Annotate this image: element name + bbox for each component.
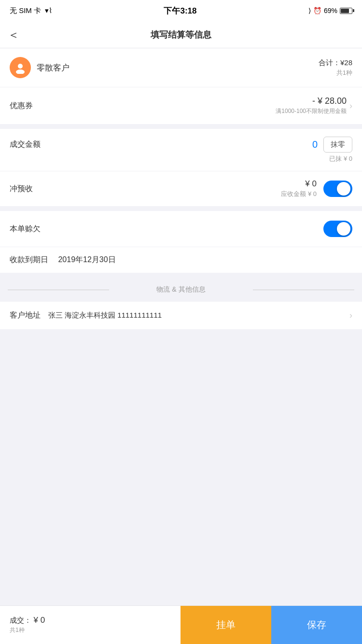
prepayment-label: 冲预收 <box>10 184 33 194</box>
coupon-amount: - ¥ 28.00 <box>276 96 347 106</box>
deal-amount-section: 成交金额 0 抹零 已抹 ¥ 0 冲预收 ¥ 0 应收金额 ¥ 0 <box>0 129 362 206</box>
address-row[interactable]: 客户地址 张三 海淀永丰科技园 11111111111 › <box>0 302 362 329</box>
prepayment-row: 冲预收 ¥ 0 应收金额 ¥ 0 <box>0 171 362 206</box>
status-time: 下午3:18 <box>164 5 196 16</box>
footer-deal-amount: ¥ 0 <box>33 616 45 625</box>
deal-amount-label: 成交金额 <box>10 140 41 150</box>
status-left: 无 SIM 卡 ▾⌇ <box>10 6 52 15</box>
back-button[interactable]: ＜ <box>8 27 19 42</box>
logistics-divider: 物流 & 其他信息 <box>0 278 362 302</box>
customer-right: 合计：¥28 共1种 <box>319 58 352 77</box>
address-chevron-icon: › <box>349 310 352 321</box>
avatar <box>10 57 31 78</box>
footer: 成交： ¥ 0 共1种 挂单 保存 <box>0 605 362 644</box>
deal-amount-value: 0 <box>312 139 318 150</box>
logistics-label: 物流 & 其他信息 <box>152 285 210 294</box>
coupon-value-block: - ¥ 28.00 满1000-100不限制使用金额 <box>276 96 347 115</box>
customer-name: 零散客户 <box>37 62 70 73</box>
location-icon: ⟩ <box>308 7 311 14</box>
svg-point-0 <box>18 64 23 69</box>
footer-deal-row: 成交： ¥ 0 <box>10 616 171 625</box>
status-right: ⟩ ⏰ 69% <box>308 7 352 14</box>
credit-row: 本单赊欠 <box>0 211 362 247</box>
deal-sub-text: 已抹 ¥ 0 <box>10 154 352 163</box>
coupon-desc: 满1000-100不限制使用金额 <box>276 107 347 115</box>
bottom-spacer <box>0 334 362 382</box>
due-date-value: 2019年12月30日 <box>58 255 115 264</box>
wifi-icon: ▾⌇ <box>45 6 52 15</box>
deal-amount-row: 成交金额 0 抹零 已抹 ¥ 0 <box>0 129 362 171</box>
footer-deal-label: 成交： <box>10 616 31 624</box>
address-value: 张三 海淀永丰科技园 11111111111 <box>48 311 349 320</box>
footer-info: 成交： ¥ 0 共1种 <box>0 616 181 634</box>
deal-right: 0 抹零 <box>312 137 352 153</box>
save-button[interactable]: 保存 <box>271 606 362 644</box>
credit-section: 本单赊欠 收款到期日 2019年12月30日 <box>0 211 362 273</box>
coupon-chevron-icon: › <box>349 101 352 111</box>
alarm-icon: ⏰ <box>313 7 321 14</box>
pending-button-label: 挂单 <box>216 618 236 631</box>
svg-point-1 <box>16 70 25 74</box>
round-zero-button[interactable]: 抹零 <box>323 137 352 153</box>
nav-bar: ＜ 填写结算等信息 <box>0 21 362 48</box>
status-bar: 无 SIM 卡 ▾⌇ 下午3:18 ⟩ ⏰ 69% <box>0 0 362 21</box>
coupon-row[interactable]: 优惠券 - ¥ 28.00 满1000-100不限制使用金额 › <box>0 87 362 124</box>
customer-total: 合计：¥28 <box>319 58 352 68</box>
carrier-text: 无 SIM 卡 <box>10 6 41 15</box>
prepayment-right: ¥ 0 应收金额 ¥ 0 <box>281 179 352 198</box>
due-date-row: 收款到期日 2019年12月30日 <box>0 247 362 273</box>
credit-label: 本单赊欠 <box>10 224 41 234</box>
battery-text: 69% <box>324 7 337 14</box>
deal-row-top: 成交金额 0 抹零 <box>10 137 352 153</box>
coupon-right: - ¥ 28.00 满1000-100不限制使用金额 › <box>276 96 352 115</box>
prepayment-amount: ¥ 0 <box>281 179 317 189</box>
customer-row: 零散客户 合计：¥28 共1种 <box>0 48 362 87</box>
address-section[interactable]: 客户地址 张三 海淀永丰科技园 11111111111 › <box>0 302 362 329</box>
prepayment-toggle[interactable] <box>323 181 352 197</box>
due-date-label: 收款到期日 <box>10 255 48 264</box>
prepayment-sub: 应收金额 ¥ 0 <box>281 190 317 198</box>
coupon-label: 优惠券 <box>10 101 33 111</box>
save-button-label: 保存 <box>307 618 326 631</box>
prepayment-value-block: ¥ 0 应收金额 ¥ 0 <box>281 179 317 198</box>
pending-button[interactable]: 挂单 <box>181 606 271 644</box>
credit-toggle[interactable] <box>323 221 352 237</box>
footer-count: 共1种 <box>10 626 171 634</box>
credit-toggle-knob <box>337 222 350 236</box>
battery-icon <box>340 8 352 14</box>
customer-section: 零散客户 合计：¥28 共1种 优惠券 - ¥ 28.00 满1000-100不… <box>0 48 362 124</box>
page-title: 填写结算等信息 <box>151 29 211 41</box>
customer-count: 共1种 <box>319 69 352 77</box>
customer-left: 零散客户 <box>10 57 70 78</box>
toggle-knob <box>337 182 350 196</box>
address-label: 客户地址 <box>10 310 43 321</box>
